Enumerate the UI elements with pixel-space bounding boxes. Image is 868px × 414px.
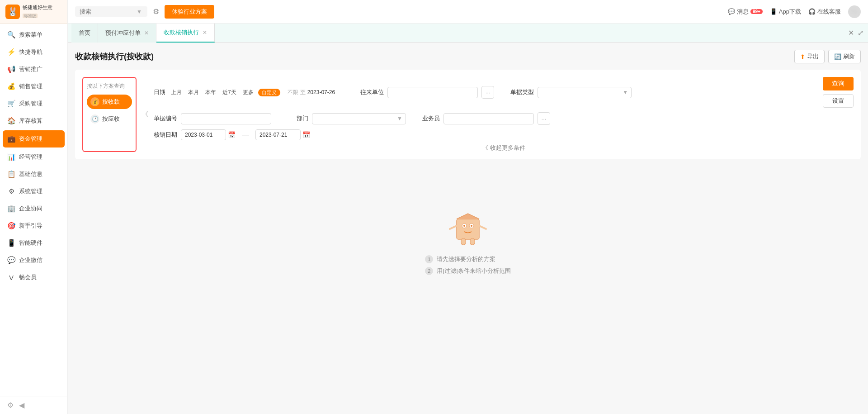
member-icon: V [7, 273, 15, 281]
svg-line-6 [479, 226, 486, 229]
sidebar-item-guide[interactable]: 🎯新手引导 [0, 217, 67, 234]
logo-icon: 🐰 [5, 5, 20, 19]
guide-icon: 🎯 [7, 222, 15, 230]
sidebar-item-basic-info[interactable]: 📋基础信息 [0, 166, 67, 183]
header-actions: ⬆ 导出 🔄 刷新 [794, 50, 861, 63]
filter-receipt-label: 按收款 [102, 98, 120, 106]
sidebar-item-marketing[interactable]: 📢营销推广 [0, 61, 67, 78]
search-input[interactable] [80, 8, 134, 15]
smart-hw-icon: 📱 [7, 239, 15, 247]
tab-expand-btn[interactable]: ⤢ [858, 29, 863, 37]
dept-label: 部门 [297, 114, 308, 123]
content-area: 收款核销执行(按收款) ⬆ 导出 🔄 刷新 按以下方案查询 [68, 43, 868, 414]
sidebar-item-quick-nav[interactable]: ⚡快捷导航 [0, 43, 67, 61]
staff-field: 业务员 ··· [422, 112, 550, 125]
filter-option-by-receivable[interactable]: 🕐 按应收 [87, 112, 132, 126]
date-more-btn[interactable]: 更多 [241, 88, 255, 97]
export-label: 导出 [807, 52, 819, 61]
sidebar-item-member[interactable]: V畅会员 [0, 269, 67, 286]
marketing-icon: 📢 [7, 65, 15, 73]
user-avatar[interactable]: Rit [848, 5, 861, 18]
dept-input[interactable] [312, 113, 406, 124]
collapse-footer-icon[interactable]: ◀ [19, 401, 24, 409]
tabbar-right: ✕ ⤢ [848, 29, 868, 37]
staff-more-btn[interactable]: ··· [538, 112, 550, 125]
tab-prepay-conflict[interactable]: 预付冲应付单 ✕ [98, 24, 156, 43]
sidebar-item-system[interactable]: ⚙系统管理 [0, 183, 67, 200]
sidebar-item-finance[interactable]: 💼资金管理 [3, 130, 65, 148]
counterpart-more-btn[interactable]: ··· [481, 86, 494, 99]
sidebar-footer: ⚙ ◀ [0, 396, 67, 414]
date-last-month-btn[interactable]: 上月 [169, 88, 184, 97]
app-download-link[interactable]: 📱 App下载 [770, 8, 801, 16]
verify-date-end-cal-icon[interactable]: 📅 [302, 131, 310, 138]
sidebar-item-business[interactable]: 📊经营管理 [0, 148, 67, 166]
svg-point-3 [463, 225, 465, 227]
empty-tips: 1 请先选择要分析的方案 2 用[过滤]条件来缩小分析范围 [425, 255, 510, 275]
enterprise-icon: 🏢 [7, 205, 15, 213]
refresh-btn[interactable]: 🔄 刷新 [828, 50, 861, 63]
notification-label: 消息 [737, 8, 749, 16]
date-this-month-btn[interactable]: 本月 [186, 88, 201, 97]
counterpart-input[interactable] [387, 87, 478, 98]
search-chevron-icon: ▼ [137, 9, 142, 15]
industry-btn[interactable]: 休验行业方案 [165, 5, 214, 19]
sidebar-label-wechat-work: 企业微信 [19, 256, 42, 264]
svg-rect-0 [457, 219, 479, 239]
sidebar-item-smart-hw[interactable]: 📱智能硬件 [0, 234, 67, 252]
sidebar-item-sales[interactable]: 💰销售管理 [0, 78, 67, 95]
page-title: 收款核销执行(按收款) [75, 51, 154, 62]
tab-receivable-label: 收款核销执行 [164, 29, 199, 37]
staff-input[interactable] [443, 113, 534, 124]
date-shortcuts: 上月 本月 本年 近7天 更多 自定义 [169, 88, 280, 97]
sidebar-label-search: 搜索菜单 [19, 31, 42, 39]
date-7days-btn[interactable]: 近7天 [221, 88, 238, 97]
search-group[interactable]: ▼ [75, 6, 147, 17]
gear-icon[interactable]: ⚙ [153, 7, 159, 16]
filter-option-by-receipt[interactable]: 💰 按收款 [87, 95, 132, 109]
filter-sidebar-title: 按以下方案查询 [87, 82, 132, 90]
collapse-filter-btn[interactable]: 《 [140, 77, 150, 152]
headset-icon: 🎧 [808, 8, 816, 15]
app-download-label: App下载 [779, 8, 801, 16]
quick-nav-icon: ⚡ [7, 48, 15, 56]
settings-btn[interactable]: 设置 [823, 94, 854, 108]
settings-footer-icon[interactable]: ⚙ [7, 401, 14, 409]
wechat-work-icon: 💬 [7, 256, 15, 264]
sidebar-label-marketing: 营销推广 [19, 65, 42, 73]
tab-receivable-close-icon[interactable]: ✕ [203, 29, 207, 36]
tab-close-all-btn[interactable]: ✕ [848, 29, 854, 37]
tab-home[interactable]: 首页 [71, 24, 98, 43]
sidebar-label-system: 系统管理 [19, 187, 42, 195]
verify-date-start-cal-icon[interactable]: 📅 [228, 131, 236, 138]
date-field: 日期 上月 本月 本年 近7天 更多 自定义 不限 至 [154, 88, 335, 97]
verify-date-start-input[interactable] [181, 129, 226, 140]
logo-name: 畅捷通好生意 [23, 4, 52, 10]
collapse-more-btn[interactable]: 《 收起更多条件 [482, 144, 525, 152]
sidebar-item-purchase[interactable]: 🛒采购管理 [0, 95, 67, 112]
dept-field: 部门 ▼ [297, 113, 406, 124]
sidebar-item-enterprise[interactable]: 🏢企业协同 [0, 200, 67, 217]
date-custom-badge[interactable]: 自定义 [258, 89, 280, 96]
sidebar-item-inventory[interactable]: 🏠库存核算 [0, 112, 67, 129]
query-btn[interactable]: 查询 [823, 77, 854, 90]
online-service-link[interactable]: 🎧 在线客服 [808, 8, 841, 16]
bill-type-field: 单据类型 ▼ [510, 87, 632, 98]
empty-state: 1 请先选择要分析的方案 2 用[过滤]条件来缩小分析范围 [75, 165, 861, 293]
tab-receivable-writeoff[interactable]: 收款核销执行 ✕ [156, 24, 215, 43]
sidebar-label-business: 经营管理 [19, 153, 42, 161]
receivable-icon: 🕐 [90, 114, 99, 124]
verify-date-end-input[interactable] [255, 129, 301, 140]
tip-num-2: 2 [425, 267, 433, 275]
sidebar-item-search[interactable]: 🔍搜索菜单 [0, 26, 67, 43]
bill-no-input[interactable] [181, 113, 271, 124]
tab-prepay-close-icon[interactable]: ✕ [144, 30, 149, 36]
sidebar-item-wechat-work[interactable]: 💬企业微信 [0, 252, 67, 269]
notification-btn[interactable]: 💬 消息 99+ [728, 8, 763, 16]
search-icon: 🔍 [7, 31, 15, 39]
bill-type-input[interactable] [538, 87, 632, 98]
sidebar-label-basic-info: 基础信息 [19, 170, 42, 178]
bill-no-field: 单据编号 [154, 113, 271, 124]
date-this-year-btn[interactable]: 本年 [203, 88, 218, 97]
export-btn[interactable]: ⬆ 导出 [794, 50, 825, 63]
